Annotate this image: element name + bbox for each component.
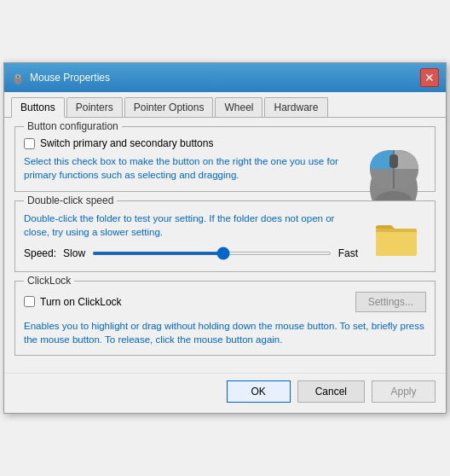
- close-button[interactable]: ✕: [420, 68, 439, 87]
- clicklock-body: Turn on ClickLock Settings... Enables yo…: [24, 292, 426, 346]
- speed-slider-wrapper: [92, 252, 332, 255]
- title-bar-left: Mouse Properties: [11, 71, 110, 84]
- svg-rect-7: [389, 154, 398, 168]
- clicklock-left: Turn on ClickLock: [24, 296, 349, 308]
- button-config-description: Select this check box to make the button…: [24, 154, 349, 182]
- svg-rect-10: [376, 232, 417, 256]
- speed-fast-label: Fast: [338, 247, 358, 259]
- double-click-description: Double-click the folder to test your set…: [24, 212, 358, 239]
- clicklock-label: Turn on ClickLock: [40, 296, 122, 308]
- clicklock-section: ClickLock Turn on ClickLock Settings... …: [14, 281, 436, 356]
- double-click-left: Double-click the folder to test your set…: [24, 212, 358, 259]
- speed-slider[interactable]: [92, 252, 332, 255]
- content-area: Button configuration Switch primary and …: [4, 118, 446, 372]
- tab-pointer-options[interactable]: Pointer Options: [124, 97, 214, 117]
- folder-icon: [374, 217, 418, 258]
- window-title: Mouse Properties: [30, 72, 110, 84]
- double-click-body: Double-click the folder to test your set…: [24, 212, 426, 263]
- tab-bar: Buttons Pointers Pointer Options Wheel H…: [4, 92, 446, 118]
- double-click-section: Double-click speed Double-click the fold…: [14, 200, 436, 272]
- clicklock-checkbox[interactable]: [24, 296, 35, 307]
- primary-secondary-checkbox-row: Switch primary and secondary buttons: [24, 137, 349, 149]
- speed-label: Speed:: [24, 247, 56, 259]
- double-click-right: [366, 212, 426, 263]
- svg-rect-11: [376, 229, 417, 232]
- tab-buttons[interactable]: Buttons: [11, 97, 65, 118]
- clicklock-inner: Turn on ClickLock Settings...: [24, 292, 426, 312]
- speed-row: Speed: Slow Fast: [24, 247, 358, 259]
- switch-buttons-label: Switch primary and secondary buttons: [40, 137, 213, 149]
- mouse-icon: [11, 71, 25, 84]
- svg-rect-3: [17, 76, 19, 78]
- tab-wheel[interactable]: Wheel: [215, 97, 262, 117]
- clicklock-description: Enables you to highlight or drag without…: [24, 319, 426, 346]
- settings-button[interactable]: Settings...: [355, 292, 426, 312]
- tab-hardware[interactable]: Hardware: [264, 97, 327, 117]
- speed-slow-label: Slow: [63, 247, 85, 259]
- cancel-button[interactable]: Cancel: [297, 380, 365, 403]
- mouse-properties-window: Mouse Properties ✕ Buttons Pointers Poin…: [3, 62, 447, 413]
- button-config-section: Button configuration Switch primary and …: [14, 126, 436, 191]
- tab-pointers[interactable]: Pointers: [66, 97, 123, 117]
- double-click-title: Double-click speed: [24, 194, 117, 206]
- bottom-bar: OK Cancel Apply: [4, 373, 446, 413]
- clicklock-title: ClickLock: [24, 275, 74, 287]
- switch-buttons-checkbox[interactable]: [24, 138, 35, 149]
- title-bar: Mouse Properties ✕: [4, 63, 446, 92]
- button-config-body: Switch primary and secondary buttons Sel…: [24, 137, 426, 182]
- ok-button[interactable]: OK: [227, 380, 291, 403]
- apply-button[interactable]: Apply: [372, 380, 436, 403]
- button-config-title: Button configuration: [24, 120, 122, 132]
